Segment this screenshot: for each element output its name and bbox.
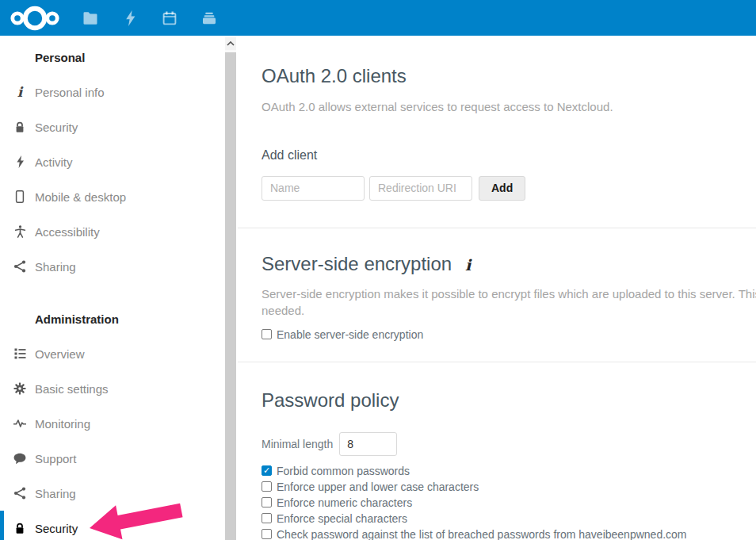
oauth-section: OAuth 2.0 clients OAuth 2.0 allows exter… (238, 36, 756, 201)
deck-icon[interactable] (201, 10, 217, 26)
sidebar-item-accessibility[interactable]: Accessibility (0, 214, 238, 249)
add-client-button[interactable]: Add (479, 176, 525, 201)
list-icon (13, 347, 26, 360)
minimal-length-label: Minimal length (262, 438, 333, 450)
scrollbar-up-button[interactable] (225, 37, 236, 50)
lightning-icon[interactable] (122, 10, 138, 26)
lock-icon (13, 121, 26, 133)
pulse-icon (13, 417, 26, 430)
phone-icon (13, 190, 26, 203)
check-breached-passwords-checkbox[interactable] (262, 529, 272, 539)
oauth-description: OAuth 2.0 allows external services to re… (262, 98, 756, 115)
sidebar-item-personal-info[interactable]: i Personal info (0, 75, 238, 109)
sidebar-item-admin-security[interactable]: Security (0, 511, 238, 540)
forbid-common-passwords-checkbox[interactable] (262, 465, 272, 476)
sidebar-item-mobile-desktop[interactable]: Mobile & desktop (0, 179, 238, 214)
check-breached-passwords-row[interactable]: Check password against the list of breac… (262, 527, 756, 540)
share-icon (13, 487, 26, 500)
password-policy-checkboxes: Forbid common passwords Enforce upper an… (262, 463, 756, 540)
sidebar-item-label: Support (35, 452, 77, 465)
enforce-upper-lower-row[interactable]: Enforce upper and lower case characters (262, 479, 756, 495)
encryption-description-line1: Server-side encryption makes it possible… (262, 285, 756, 302)
accessibility-icon (13, 225, 26, 238)
password-policy-title: Password policy (262, 389, 756, 412)
folder-icon[interactable] (82, 10, 98, 26)
calendar-icon[interactable] (162, 10, 178, 26)
sidebar-item-monitoring[interactable]: Monitoring (0, 406, 238, 441)
sidebar-section-personal: Personal (0, 40, 238, 75)
encryption-description-line2: needed. (262, 302, 756, 319)
sidebar-item-label: Personal info (35, 86, 105, 99)
sidebar-item-label: Security (35, 522, 78, 535)
sidebar-item-label: Security (35, 121, 78, 134)
enforce-upper-lower-checkbox[interactable] (262, 481, 272, 492)
lock-icon (13, 522, 26, 534)
settings-sidebar: Personal i Personal info Security Activi… (0, 36, 238, 540)
sidebar-item-support[interactable]: Support (0, 441, 238, 476)
nextcloud-logo[interactable] (10, 5, 60, 32)
security-settings-content: OAuth 2.0 clients OAuth 2.0 allows exter… (238, 36, 756, 540)
enforce-numeric-row[interactable]: Enforce numeric characters (262, 495, 756, 511)
enable-encryption-label: Enable server-side encryption (277, 328, 423, 341)
add-client-label: Add client (262, 147, 756, 164)
enforce-special-checkbox[interactable] (262, 513, 272, 523)
sidebar-item-personal-security[interactable]: Security (0, 109, 238, 144)
sidebar-item-activity[interactable]: Activity (0, 144, 238, 179)
sidebar-item-label: Mobile & desktop (35, 190, 126, 204)
encryption-section: Server-side encryptioni Server-side encr… (238, 228, 756, 342)
chat-bubble-icon (13, 452, 26, 465)
sidebar-item-label: Sharing (35, 260, 76, 274)
enable-encryption-checkbox-row[interactable]: Enable server-side encryption (262, 327, 756, 341)
share-icon (13, 260, 26, 273)
sidebar-item-label: Overview (35, 347, 85, 361)
password-policy-section: Password policy Minimal length Forbid co… (238, 362, 756, 540)
checkbox-label: Enforce upper and lower case characters (277, 481, 479, 493)
checkbox-label: Enforce numeric characters (277, 496, 412, 509)
sidebar-item-label: Basic settings (35, 382, 109, 396)
sidebar-scrollbar[interactable] (225, 37, 236, 540)
minimal-length-input[interactable] (339, 432, 397, 456)
encryption-title: Server-side encryptioni (262, 253, 756, 275)
info-icon: i (13, 86, 26, 98)
sidebar-item-label: Activity (35, 155, 73, 169)
redirection-uri-input[interactable] (369, 176, 472, 201)
checkbox-label: Forbid common passwords (277, 465, 410, 477)
lightning-icon (13, 155, 26, 168)
scrollbar-thumb[interactable] (225, 52, 236, 540)
sidebar-section-administration: Administration (0, 301, 238, 336)
info-icon[interactable]: i (465, 256, 471, 274)
oauth-title: OAuth 2.0 clients (262, 65, 756, 87)
enable-encryption-checkbox[interactable] (262, 329, 272, 339)
minimal-length-row: Minimal length (262, 432, 756, 456)
client-name-input[interactable] (262, 176, 365, 201)
add-client-form: Add (262, 176, 756, 201)
checkbox-label: Check password against the list of breac… (277, 528, 687, 540)
sidebar-item-label: Monitoring (35, 417, 90, 431)
checkbox-label: Enforce special characters (277, 512, 407, 525)
sidebar-item-label: Accessibility (35, 225, 100, 239)
top-header (0, 0, 756, 36)
gear-icon (13, 382, 26, 395)
sidebar-item-admin-sharing[interactable]: Sharing (0, 476, 238, 511)
enforce-special-row[interactable]: Enforce special characters (262, 511, 756, 527)
sidebar-item-overview[interactable]: Overview (0, 336, 238, 371)
forbid-common-passwords-row[interactable]: Forbid common passwords (262, 463, 756, 479)
sidebar-item-basic-settings[interactable]: Basic settings (0, 371, 238, 406)
sidebar-item-label: Sharing (35, 487, 76, 500)
sidebar-item-personal-sharing[interactable]: Sharing (0, 249, 238, 284)
enforce-numeric-checkbox[interactable] (262, 497, 272, 507)
app-navigation (82, 10, 217, 26)
